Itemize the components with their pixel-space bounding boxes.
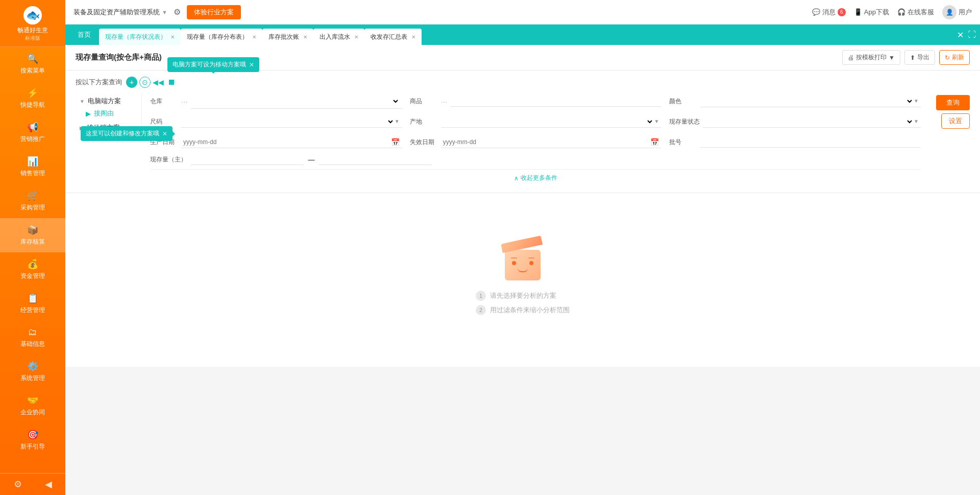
setting-btn[interactable]: 设置 — [941, 113, 970, 129]
filter-row-batch-no: 批号 — [669, 134, 921, 150]
warehouse-select[interactable] — [193, 96, 400, 107]
tooltip-edit-scheme: 这里可以创建和修改方案哦 ✕ — [81, 126, 173, 141]
expire-date-input[interactable] — [443, 138, 651, 146]
settings-bottom-btn[interactable]: ⚙ — [14, 479, 22, 490]
finance-icon: 💰 — [27, 258, 38, 270]
empty-step-2: 2 用过滤条件来缩小分析范围 — [476, 305, 570, 315]
produce-date-calendar-icon[interactable]: 📅 — [391, 138, 400, 146]
sidebar-item-quick[interactable]: ⚡ 快捷导航 — [0, 81, 65, 115]
goods-dots[interactable]: ··· — [441, 97, 448, 106]
tab-close-all-btn[interactable]: ✕ — [957, 30, 964, 40]
origin-select-wrap: ▼ — [441, 116, 662, 128]
sidebar-item-search[interactable]: 🔍 搜索菜单 — [0, 47, 65, 81]
sidebar-item-finance[interactable]: 💰 资金管理 — [0, 252, 65, 287]
tooltip1-close-btn[interactable]: ✕ — [249, 61, 254, 68]
collapse-btn[interactable]: ∧ 收起更多条件 — [514, 174, 557, 182]
tab-bar-right: ✕ ⛶ — [957, 30, 976, 40]
app-name: 畅通好生意 标准版 — [17, 27, 48, 41]
export-btn[interactable]: ⬆ 导出 — [904, 50, 935, 65]
copy-scheme-btn[interactable]: ⊙ — [139, 77, 151, 88]
filter-row-color: 颜色 ▼ — [669, 93, 921, 109]
filter-row-goods: 商品 ··· — [410, 93, 662, 109]
filter-area-inner: 电脑方案可设为移动方案哦 ✕ 按以下方案查询 + ⊙ ◀◀ — [76, 77, 970, 186]
refresh-btn[interactable]: ↻ 刷新 — [939, 50, 970, 65]
tab-close-inout-flow[interactable]: ✕ — [354, 34, 358, 40]
header-settings-icon[interactable]: ⚙ — [174, 7, 181, 17]
sidebar-item-enterprise[interactable]: 🤝 企业协同 — [0, 389, 65, 423]
tab-inventory-dist[interactable]: 现存量（库存分布表） ✕ — [181, 29, 262, 45]
size-arrow: ▼ — [395, 119, 400, 124]
goods-input[interactable] — [450, 96, 661, 107]
add-scheme-btn[interactable]: + — [126, 77, 137, 88]
filter-fields: 仓库 ··· 商品 ··· — [142, 93, 929, 186]
sidebar-item-purchase[interactable]: 🛒 采购管理 — [0, 184, 65, 218]
empty-step-1: 1 请先选择要分析的方案 — [476, 291, 556, 301]
print-icon: 🖨 — [848, 54, 854, 61]
scheme-pc-group[interactable]: ▼ 电脑端方案 — [76, 95, 135, 107]
sidebar-item-operations[interactable]: 📋 经营管理 — [0, 287, 65, 321]
quick-icon: ⚡ — [27, 87, 38, 99]
filter-row-origin: 产地 ▼ — [410, 113, 662, 130]
expire-date-label: 失效日期 — [410, 138, 438, 147]
tab-inout-flow[interactable]: 出入库流水 ✕ — [313, 29, 364, 45]
tab-inventory-status[interactable]: 现存量（库存状况表） ✕ — [99, 29, 181, 45]
messages-btn[interactable]: 💬 消息 6 — [812, 8, 846, 17]
filter-row-stock-main: 现存量（主） — — [150, 154, 921, 165]
step-2-text: 用过滤条件来缩小分析范围 — [490, 305, 570, 315]
headset-icon: 🎧 — [897, 8, 905, 16]
origin-select[interactable] — [443, 117, 654, 126]
enterprise-icon: 🤝 — [27, 395, 38, 406]
sidebar-item-sales[interactable]: 📊 销售管理 — [0, 150, 65, 184]
online-support-btn[interactable]: 🎧 在线客服 — [897, 8, 934, 17]
stock-status-select-wrap: ▼ — [703, 116, 921, 128]
tab-close-inventory-dist[interactable]: ✕ — [252, 34, 256, 40]
step-1-text: 请先选择要分析的方案 — [490, 291, 556, 300]
sidebar-item-basic[interactable]: 🗂 基础信息 — [0, 321, 65, 355]
empty-illustration — [497, 234, 548, 280]
sidebar-item-system[interactable]: ⚙️ 系统管理 — [0, 355, 65, 389]
filter-header: 按以下方案查询 + ⊙ ◀◀ — [76, 77, 970, 88]
filter-row-size: 尺码 ▼ — [150, 113, 402, 130]
warehouse-dots[interactable]: ··· — [181, 97, 188, 106]
filter-row-warehouse: 仓库 ··· — [150, 93, 402, 109]
tooltip2-close-btn[interactable]: ✕ — [162, 130, 167, 137]
tab-fullscreen-btn[interactable]: ⛶ — [968, 30, 976, 39]
stock-main-from[interactable] — [191, 154, 304, 165]
tab-close-collect-summary[interactable]: ✕ — [411, 34, 415, 40]
color-select[interactable] — [702, 97, 914, 105]
app-logo-icon: 🐟 — [23, 6, 42, 25]
template-print-btn[interactable]: 🖨 按模板打印 ▼ — [842, 50, 900, 65]
experience-btn[interactable]: 体验行业方案 — [187, 5, 241, 19]
stock-main-to[interactable] — [318, 154, 431, 165]
produce-date-input[interactable] — [183, 138, 391, 146]
tab-batch-account[interactable]: 库存批次账 ✕ — [262, 29, 313, 45]
system-name: 装备及固定资产辅助管理系统 ▼ — [74, 8, 167, 17]
expire-date-calendar-icon[interactable]: 📅 — [650, 138, 659, 146]
scheme-pc-children: ▶ 接阁由 — [76, 107, 135, 120]
top-header: 装备及固定资产辅助管理系统 ▼ ⚙ 体验行业方案 💬 消息 6 📱 App下载 … — [65, 0, 980, 25]
stock-status-select[interactable] — [705, 117, 914, 126]
scheme-pc-child-1[interactable]: ▶ 接阁由 — [86, 107, 135, 120]
color-select-wrap: ▼ — [700, 96, 921, 107]
back-btn[interactable]: ◀◀ — [153, 77, 164, 88]
sidebar-item-inventory[interactable]: 📦 库存核算 — [0, 218, 65, 252]
refresh-icon: ↻ — [945, 54, 950, 61]
collapse-sidebar-btn[interactable]: ◀ — [45, 479, 52, 490]
app-download-btn[interactable]: 📱 App下载 — [854, 8, 889, 17]
sidebar-item-marketing[interactable]: 📢 营销推广 — [0, 115, 65, 150]
print-dropdown-arrow: ▼ — [889, 54, 895, 61]
scheme-pc-toggle: ▼ — [80, 99, 85, 104]
search-btn[interactable]: 查询 — [936, 95, 970, 110]
stock-main-range: — — [191, 154, 432, 165]
phone-icon: 📱 — [854, 8, 862, 16]
tab-home[interactable]: 首页 — [69, 25, 99, 45]
sidebar-logo: 🐟 畅通好生意 标准版 — [0, 0, 65, 47]
tab-collect-summary[interactable]: 收发存汇总表 ✕ — [364, 29, 422, 45]
user-area[interactable]: 👤 用户 — [942, 5, 972, 19]
size-select[interactable] — [183, 117, 395, 126]
system-dropdown-arrow[interactable]: ▼ — [162, 9, 167, 15]
tab-close-inventory-status[interactable]: ✕ — [170, 34, 175, 40]
tab-close-batch-account[interactable]: ✕ — [303, 34, 307, 40]
batch-no-input[interactable] — [700, 137, 921, 148]
sidebar-item-guide[interactable]: 🎯 新手引导 — [0, 423, 65, 457]
